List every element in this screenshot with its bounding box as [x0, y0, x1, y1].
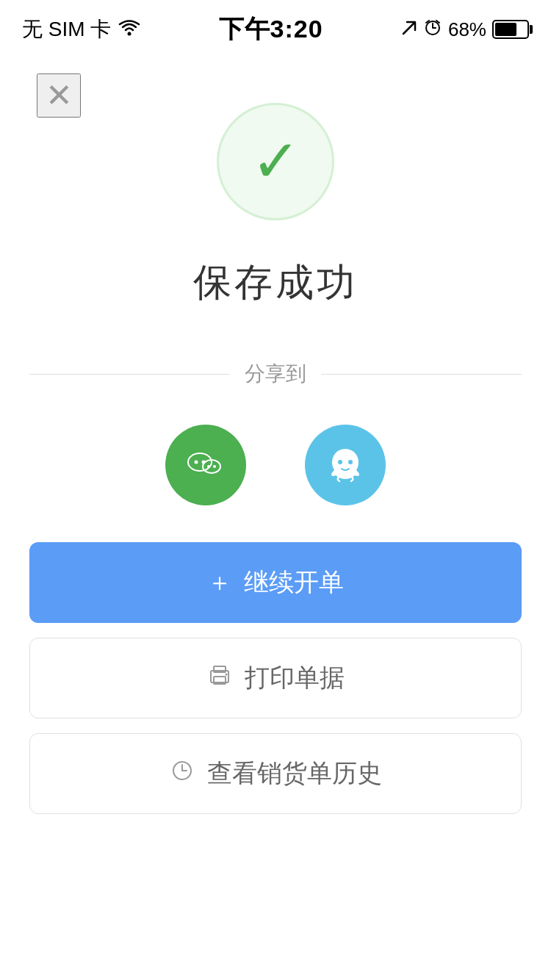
share-section: 分享到: [0, 360, 551, 505]
close-icon: ✕: [46, 79, 73, 112]
share-icons-container: [29, 425, 522, 505]
battery-percent: 68%: [448, 18, 486, 41]
success-circle: ✓: [217, 103, 334, 220]
close-button[interactable]: ✕: [37, 73, 81, 118]
divider-line-right: [321, 374, 522, 375]
print-icon: [206, 662, 233, 694]
qq-icon: [323, 443, 367, 487]
success-title: 保存成功: [193, 257, 358, 309]
svg-point-13: [226, 674, 228, 676]
action-buttons: ＋ 继续开单 打印单据 查看销货单历史: [0, 542, 551, 814]
main-content: ✓ 保存成功 分享到: [0, 59, 551, 814]
svg-point-2: [188, 453, 212, 471]
battery-icon: [492, 20, 529, 39]
continue-button[interactable]: ＋ 继续开单: [29, 542, 522, 623]
svg-point-9: [348, 460, 353, 464]
history-button-label: 查看销货单历史: [207, 757, 382, 790]
share-label: 分享到: [230, 360, 321, 388]
plus-icon: ＋: [207, 566, 232, 599]
share-divider: 分享到: [29, 360, 522, 388]
qq-share-button[interactable]: [305, 425, 386, 505]
history-icon: [169, 757, 195, 790]
carrier-text: 无 SIM 卡: [22, 15, 111, 43]
wechat-icon: [182, 442, 229, 489]
svg-point-3: [195, 461, 198, 464]
print-button[interactable]: 打印单据: [29, 638, 522, 718]
status-left: 无 SIM 卡: [22, 15, 140, 43]
wechat-share-button[interactable]: [165, 425, 246, 505]
svg-point-8: [338, 460, 342, 464]
history-button[interactable]: 查看销货单历史: [29, 733, 522, 814]
svg-point-7: [213, 465, 216, 468]
svg-point-6: [207, 465, 210, 468]
status-time: 下午3:20: [219, 12, 323, 46]
alarm-icon: [423, 18, 442, 42]
checkmark-icon: ✓: [251, 132, 300, 191]
location-icon: [401, 18, 417, 41]
divider-line-left: [29, 374, 230, 375]
wifi-icon: [118, 18, 140, 41]
status-right: 68%: [401, 18, 529, 42]
svg-point-0: [128, 32, 132, 36]
continue-button-label: 继续开单: [244, 566, 344, 599]
print-button-label: 打印单据: [245, 661, 345, 695]
status-bar: 无 SIM 卡 下午3:20 68%: [0, 0, 551, 59]
